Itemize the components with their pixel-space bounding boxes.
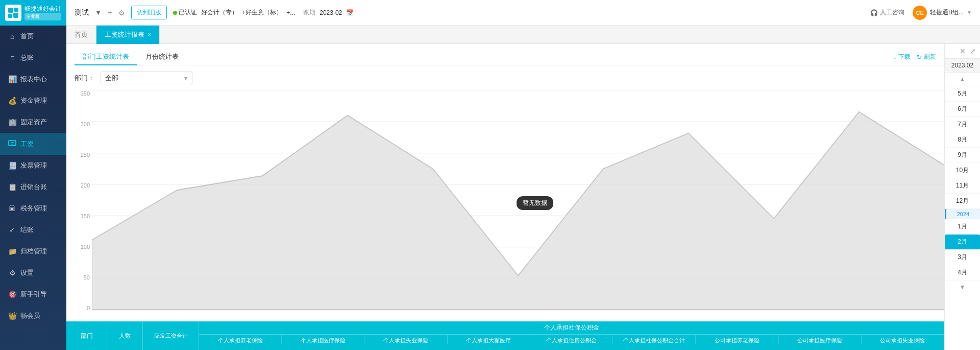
month-item-10[interactable]: 10月 [945, 163, 980, 178]
th-company-unemployment-label: 公司承担失业保险 [880, 337, 925, 343]
th-major-medical-label: 个人承担大额医疗 [466, 337, 511, 343]
service-btn[interactable]: 🎧 人工咨询 [870, 8, 904, 17]
funds-icon: 💰 [8, 97, 16, 105]
more-status: +... [286, 9, 295, 16]
svg-rect-3 [13, 13, 18, 18]
sidebar-item-archive[interactable]: 📁 归档管理 [0, 241, 66, 262]
sidebar-item-ledger[interactable]: ≡ 总账 [0, 47, 66, 68]
th-personal-total-label: 个人承担社保公积金合计 [623, 337, 685, 343]
chart-y-axis: 350 300 250 200 150 100 50 0 [75, 90, 90, 311]
verified-dot [173, 11, 177, 15]
sidebar-item-salary[interactable]: 工资 [0, 133, 66, 155]
month-item-2024-1[interactable]: 1月 [945, 219, 980, 235]
add-icon[interactable]: + [108, 8, 112, 17]
sidebar-label-reports: 报表中心 [20, 75, 47, 84]
month-item-2024-2[interactable]: 2月 [945, 235, 980, 250]
user-dropdown-icon: ▼ [967, 10, 972, 15]
svg-rect-0 [8, 8, 13, 13]
y-label-50: 50 [75, 274, 90, 281]
y-label-200: 200 [75, 182, 90, 189]
th-total-salary: 应发工资合计 [143, 321, 199, 350]
svg-rect-4 [9, 141, 16, 146]
sidebar-label-salary: 工资 [20, 139, 34, 149]
th-personal-medical: 个人承担医疗保险 [282, 335, 364, 344]
download-icon: ↓ [893, 54, 896, 61]
subtab-monthly[interactable]: 月份统计表 [137, 49, 187, 65]
sidebar-item-invoice[interactable]: 🧾 发票管理 [0, 155, 66, 176]
th-count: 人数 [107, 321, 143, 350]
ledger-icon: ≡ [8, 54, 16, 62]
sidebar-item-settlement[interactable]: ✓ 结账 [0, 219, 66, 241]
month-item-9[interactable]: 9月 [945, 148, 980, 163]
sidebar-item-guide[interactable]: 🎯 新手引导 [0, 284, 66, 305]
avatar: CE [913, 6, 927, 20]
sidebar-item-assets[interactable]: 🏢 固定资产 [0, 111, 66, 133]
app-name: 畅捷通好会计 [24, 5, 61, 13]
th-personal-pension: 个人承担养老保险 [199, 335, 282, 344]
th-medical-label: 个人承担医疗保险 [301, 337, 346, 343]
month-item-12[interactable]: 12月 [945, 194, 980, 209]
th-personal-total: 个人承担社保公积金合计 [613, 335, 696, 344]
switch-old-btn[interactable]: 切到旧版 [131, 6, 167, 19]
sidebar-item-tax[interactable]: 🏛 税务管理 [0, 198, 66, 219]
month-item-8[interactable]: 8月 [945, 132, 980, 148]
app-edition: 专业版 [24, 13, 61, 20]
chart-area-fill [92, 112, 944, 310]
sidebar-item-reports[interactable]: 📊 报表中心 [0, 68, 66, 90]
panel-nav: ▲ [945, 73, 980, 86]
company-dropdown[interactable]: ▼ [95, 9, 102, 16]
user-menu[interactable]: CE 轻捷通B组... ▼ [913, 6, 972, 20]
th-unemployment-label: 个人承担失业保险 [383, 337, 428, 343]
th-housing-label: 个人承担住房公积金 [546, 337, 597, 343]
gear-icon[interactable]: ⚙ [118, 9, 125, 17]
th-personal-unemployment: 个人承担失业保险 [364, 335, 447, 344]
month-item-11[interactable]: 11月 [945, 178, 980, 194]
sidebar-item-sales[interactable]: 📋 进销台账 [0, 176, 66, 198]
sidebar-item-settings[interactable]: ⚙ 设置 [0, 262, 66, 284]
th-company-medical-label: 公司承担医疗保险 [797, 337, 842, 343]
refresh-btn[interactable]: ↻ 刷新 [917, 53, 936, 61]
tab-salary-report[interactable]: 工资统计报表 × [96, 26, 160, 44]
y-label-150: 150 [75, 213, 90, 219]
th-group-title: 个人承担社保公积金 [199, 321, 944, 335]
member-icon: 👑 [8, 312, 16, 320]
department-select-wrapper: 全部 财务部 技术部 销售部 行政部 ▼ [101, 72, 192, 84]
month-item-2024-4[interactable]: 4月 [945, 265, 980, 281]
month-item-2024-3[interactable]: 3月 [945, 250, 980, 265]
sidebar-label-assets: 固定资产 [20, 118, 47, 127]
tab-home[interactable]: 首页 [66, 26, 96, 44]
th-company-medical: 公司承担医疗保险 [779, 335, 862, 344]
content-main: 部门工资统计表 月份统计表 ↓ 下载 ↻ 刷新 部门： [66, 44, 944, 350]
sidebar-item-home[interactable]: ⌂ 首页 [0, 26, 66, 47]
tab-close-btn[interactable]: × [148, 31, 151, 38]
subtab-actions: ↓ 下载 ↻ 刷新 [893, 53, 936, 61]
subtab-department[interactable]: 部门工资统计表 [75, 49, 137, 65]
archive-icon: 📁 [8, 247, 16, 255]
svg-rect-1 [14, 8, 18, 12]
month-item-6[interactable]: 6月 [945, 102, 980, 117]
panel-close-btn[interactable]: ✕ [960, 47, 966, 55]
download-btn[interactable]: ↓ 下载 [893, 53, 911, 61]
department-select[interactable]: 全部 财务部 技术部 销售部 行政部 [101, 72, 192, 84]
month-item-7[interactable]: 7月 [945, 117, 980, 132]
calendar-icon[interactable]: 📅 [346, 9, 354, 16]
panel-down-btn[interactable]: ▼ [957, 283, 969, 292]
panel-up-btn[interactable]: ▲ [957, 75, 969, 84]
sidebar-item-funds[interactable]: 💰 资金管理 [0, 90, 66, 111]
th-total-salary-label: 应发工资合计 [154, 332, 188, 340]
tax-icon: 🏛 [8, 204, 16, 213]
sub-tab-bar: 部门工资统计表 月份统计表 ↓ 下载 ↻ 刷新 [66, 44, 944, 65]
th-company-pension: 公司承担养老保险 [696, 335, 778, 344]
sidebar-nav: ⌂ 首页 ≡ 总账 📊 报表中心 💰 资金管理 🏢 固定资产 [0, 26, 66, 350]
sidebar-item-member[interactable]: 👑 畅会员 [0, 305, 66, 326]
sidebar-label-guide: 新手引导 [20, 290, 47, 299]
y-label-100: 100 [75, 244, 90, 250]
month-item-5[interactable]: 5月 [945, 86, 980, 102]
th-personal-housing: 个人承担住房公积金 [530, 335, 613, 344]
th-pension-label: 个人承担养老保险 [218, 337, 263, 343]
svg-rect-2 [8, 14, 12, 18]
y-label-300: 300 [75, 121, 90, 127]
sidebar-label-member: 畅会员 [20, 311, 40, 320]
good-accounting-status: 好会计（专） [201, 8, 238, 17]
panel-expand-btn[interactable]: ⤢ [970, 47, 976, 55]
